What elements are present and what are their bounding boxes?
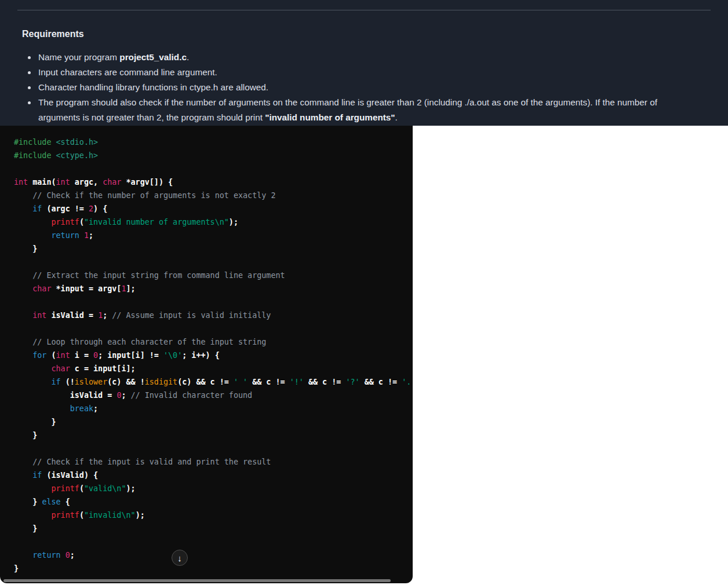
code-block: #include <stdio.h>#include <ctype.h>int … [0,126,413,583]
code-line [14,322,411,335]
code-line [14,442,411,455]
requirement-item: Input characters are command line argume… [37,65,682,80]
code-line: return 0; [14,549,411,562]
code-line [14,535,411,549]
requirements-heading: Requirements [22,29,84,39]
code-line: printf("invalid\n"); [14,509,411,522]
code-line: if (!islower(c) && !isdigit(c) && c != '… [14,375,411,389]
code-line: } [14,242,411,255]
code-line: return 1; [14,229,411,242]
code-line [14,162,411,176]
top-divider [17,10,711,10]
code-line: printf("valid\n"); [14,482,411,495]
requirements-list: Name your program project5_valid.c.Input… [37,50,682,125]
code-line: } [14,562,411,575]
code-line: // Loop through each character of the in… [14,335,411,349]
arrow-down-icon: ↓ [177,554,182,562]
code-line: } [14,522,411,535]
code-line [14,255,411,269]
code-line: } else { [14,495,411,509]
code-line: #include <stdio.h> [14,136,411,149]
code-line: for (int i = 0; input[i] != '\0'; i++) { [14,349,411,362]
horizontal-scrollbar-thumb[interactable] [3,579,391,582]
scroll-to-bottom-button[interactable]: ↓ [172,550,188,566]
code-line: if (argc != 2) { [14,202,411,215]
code-line: isValid = 0; // Invalid character found [14,389,411,402]
code-line: int isValid = 1; // Assume input is vali… [14,309,411,322]
code-line: } [14,415,411,429]
requirement-item: Name your program project5_valid.c. [37,50,682,65]
code-line: printf("invalid number of arguments\n"); [14,215,411,229]
code-line: // Extract the input string from command… [14,269,411,282]
code-line: if (isValid) { [14,469,411,482]
page-background [413,126,728,585]
code-line: break; [14,402,411,415]
requirement-item: The program should also check if the num… [37,95,682,125]
code-line: char *input = argv[1]; [14,282,411,295]
requirements-section: Requirements Name your program project5_… [0,0,728,126]
code-line: int main(int argc, char *argv[]) { [14,176,411,189]
code-line: char c = input[i]; [14,362,411,375]
code-line: } [14,429,411,442]
code-line: #include <ctype.h> [14,149,411,162]
code-line: // Check if the input is valid and print… [14,455,411,469]
code-line: // Check if the number of arguments is n… [14,189,411,202]
code-content: #include <stdio.h>#include <ctype.h>int … [14,136,411,575]
requirement-item: Character handling library functions in … [37,80,682,95]
code-line [14,295,411,309]
